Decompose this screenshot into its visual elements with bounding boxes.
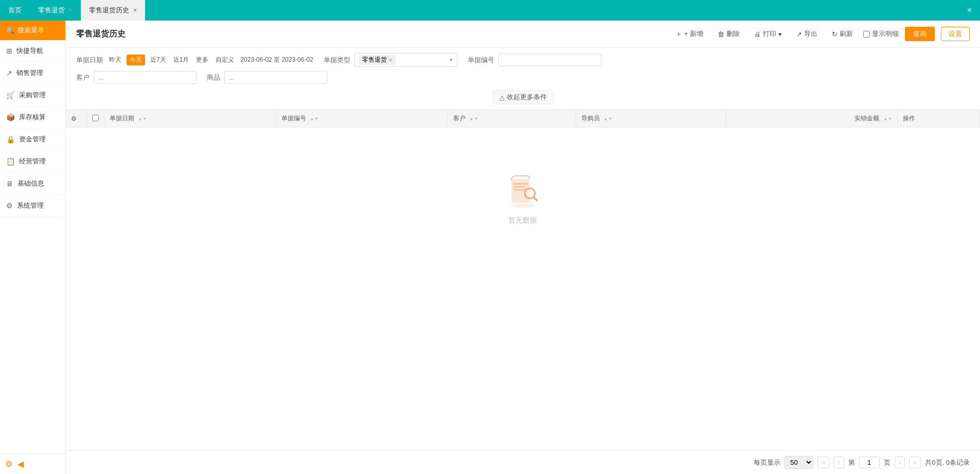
th-date[interactable]: 单据日期 ▲▼ <box>104 110 276 127</box>
last-page-button[interactable]: » <box>909 457 921 468</box>
print-icon: 🖨 <box>754 30 761 38</box>
svg-point-0 <box>511 204 534 208</box>
empty-illustration <box>502 169 543 210</box>
doc-type-tag-remove[interactable]: × <box>389 57 393 64</box>
prev-page-button[interactable]: ‹ <box>833 457 844 468</box>
window-close-button[interactable]: × <box>959 0 980 21</box>
search-icon: 🔍 <box>6 27 14 34</box>
svg-point-6 <box>527 190 533 196</box>
header-actions: ＋ + 新增 🗑 删除 🖨 打印 ▾ ↗ 导出 ↻ <box>671 27 970 41</box>
sort-number-icon: ▲▼ <box>310 117 319 121</box>
content-area: 零售退货历史 ＋ + 新增 🗑 删除 🖨 打印 ▾ ↗ 导出 <box>66 21 980 474</box>
tab-retail-return-history-close[interactable]: × <box>133 7 137 14</box>
doc-type-tag: 零售退货 × <box>359 55 396 65</box>
customer-label: 客户 <box>76 73 90 82</box>
sidebar-item-operation[interactable]: 📋 经营管理 <box>0 151 65 173</box>
page-size-select[interactable]: 50 100 200 <box>785 456 813 469</box>
tab-home[interactable]: 首页 <box>0 0 30 21</box>
settings-bottom-icon[interactable]: ⚙ <box>5 459 12 469</box>
next-page-button[interactable]: › <box>895 457 905 468</box>
sort-guide-icon: ▲▼ <box>603 117 613 121</box>
operation-icon: 📋 <box>6 157 15 166</box>
date-opt-more[interactable]: 更多 <box>194 54 210 65</box>
filter-customer: 客户 <box>76 71 197 84</box>
date-opt-7days[interactable]: 近7天 <box>148 54 168 65</box>
filter-row-1: 单据日期 昨天 今天 近7天 近1月 更多 自定义 2023-06-02 至 2… <box>76 53 970 67</box>
display-toggle[interactable]: 显示明细 <box>863 29 899 39</box>
th-number[interactable]: 单据编号 ▲▼ <box>276 110 448 127</box>
sidebar-search[interactable]: 🔍 搜索菜单 <box>0 21 65 40</box>
tab-retail-return-close[interactable]: × <box>69 7 73 14</box>
table-container: ⚙ 单据日期 ▲▼ 单据编号 ▲▼ 客户 <box>66 110 980 450</box>
date-opt-custom[interactable]: 自定义 <box>213 54 236 65</box>
sidebar-bottom: ⚙ ◀ <box>0 453 65 474</box>
tab-bar: 首页 零售退货 × 零售退货历史 × × <box>0 0 980 21</box>
page-size-label: 每页显示 <box>754 458 780 467</box>
doc-number-label: 单据编号 <box>468 56 494 65</box>
page-title: 零售退货历史 <box>76 29 126 40</box>
data-table: ⚙ 单据日期 ▲▼ 单据编号 ▲▼ 客户 <box>66 110 980 266</box>
goods-label: 商品 <box>207 73 220 82</box>
sidebar-item-basic-info[interactable]: 🖥 基础信息 <box>0 173 65 195</box>
svg-rect-3 <box>513 186 525 188</box>
th-checkbox[interactable] <box>86 110 104 127</box>
date-opt-today[interactable]: 今天 <box>127 54 145 65</box>
goods-input[interactable] <box>224 71 327 84</box>
query-button[interactable]: 查询 <box>905 27 935 41</box>
print-dropdown-icon: ▾ <box>778 30 782 38</box>
table-body: 暂无数据 <box>66 127 980 267</box>
collapse-button[interactable]: △ 收起更多条件 <box>493 90 554 104</box>
date-label: 单据日期 <box>76 56 103 65</box>
tab-retail-return[interactable]: 零售退货 × <box>30 0 81 21</box>
collapse-icon: △ <box>500 94 505 101</box>
sidebar-item-system[interactable]: ⚙ 系统管理 <box>0 195 65 217</box>
date-opt-1month[interactable]: 近1月 <box>171 54 191 65</box>
customer-input[interactable] <box>94 71 197 84</box>
filter-doc-number: 单据编号 <box>468 53 601 66</box>
sort-amount-icon: ▲▼ <box>883 117 892 121</box>
doc-number-input[interactable] <box>498 53 601 66</box>
th-customer[interactable]: 客户 ▲▼ <box>448 110 576 127</box>
doc-type-select[interactable]: 零售退货 × ▾ <box>354 53 457 67</box>
table-header-row: ⚙ 单据日期 ▲▼ 单据编号 ▲▼ 客户 <box>66 110 980 127</box>
pagination: 每页显示 50 100 200 « ‹ 第 页 › » 共0页, 0条记录 <box>66 450 980 474</box>
filter-doc-type: 单据类型 零售退货 × ▾ <box>324 53 457 67</box>
refresh-button[interactable]: ↻ 刷新 <box>828 27 857 41</box>
filter-row-2: 客户 商品 <box>76 71 970 84</box>
select-all-checkbox[interactable] <box>92 115 99 121</box>
date-options: 昨天 今天 近7天 近1月 更多 自定义 <box>107 54 236 65</box>
th-settings[interactable]: ⚙ <box>66 110 86 127</box>
first-page-button[interactable]: « <box>817 457 829 468</box>
sidebar-item-quick-nav[interactable]: ⊞ 快捷导航 <box>0 40 65 62</box>
display-toggle-checkbox[interactable] <box>863 31 870 38</box>
tab-retail-return-history[interactable]: 零售退货历史 × <box>81 0 145 21</box>
delete-button[interactable]: 🗑 删除 <box>714 27 744 41</box>
export-button[interactable]: ↗ 导出 <box>792 27 822 41</box>
delete-icon: 🗑 <box>718 30 724 38</box>
purchase-icon: 🛒 <box>6 91 15 99</box>
print-button[interactable]: 🖨 打印 ▾ <box>750 27 786 41</box>
filter-goods: 商品 <box>207 71 327 84</box>
settings-button[interactable]: 设置 <box>941 27 970 41</box>
sidebar-item-purchase[interactable]: 🛒 采购管理 <box>0 84 65 106</box>
doc-type-label: 单据类型 <box>324 56 350 65</box>
sidebar-item-sales[interactable]: ↗ 销售管理 <box>0 62 65 84</box>
svg-rect-4 <box>513 189 526 191</box>
new-button[interactable]: ＋ + 新增 <box>671 27 707 41</box>
sidebar: 🔍 搜索菜单 ⊞ 快捷导航 ↗ 销售管理 🛒 采购管理 📦 库存核算 🔒 资金管… <box>0 21 66 474</box>
page-unit: 页 <box>884 458 890 467</box>
quick-nav-icon: ⊞ <box>6 47 12 55</box>
date-range: 2023-06-02 至 2023-06-02 <box>240 56 313 64</box>
page-input[interactable] <box>859 457 880 468</box>
doc-type-arrow: ▾ <box>450 57 453 63</box>
th-guide[interactable]: 导购员 ▲▼ <box>576 110 726 127</box>
sales-icon: ↗ <box>6 69 12 77</box>
th-amount[interactable]: 实销金额 ▲▼ <box>726 110 898 127</box>
sidebar-item-finance[interactable]: 🔒 资金管理 <box>0 129 65 151</box>
sidebar-item-inventory[interactable]: 📦 库存核算 <box>0 106 65 129</box>
collapse-sidebar-icon[interactable]: ◀ <box>17 459 24 469</box>
date-opt-yesterday[interactable]: 昨天 <box>107 54 123 65</box>
refresh-icon: ↻ <box>832 30 838 38</box>
total-info: 共0页, 0条记录 <box>925 458 970 467</box>
svg-line-7 <box>533 197 537 200</box>
